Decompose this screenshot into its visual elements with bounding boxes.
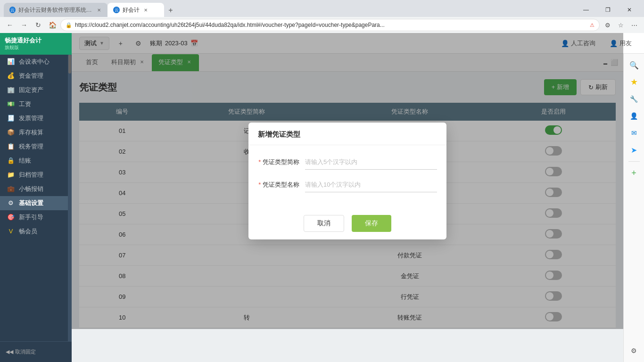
sidebar-item-label-expense: 小畅报销: [19, 185, 43, 193]
short-name-label: 凭证类型简称: [258, 158, 305, 166]
sidebar-item-settings[interactable]: ⚙ 基础设置: [0, 196, 72, 210]
collapse-icon: ◀◀: [6, 349, 13, 355]
tax-icon: 📋: [7, 142, 15, 151]
sidebar-item-label-archive: 归档管理: [19, 171, 43, 179]
sidebar-item-label-payroll: 工资: [19, 100, 31, 108]
sidebar-collapse-btn[interactable]: ◀◀ 取消固定: [4, 346, 68, 358]
sidebar-item-member[interactable]: V 畅会员: [0, 224, 72, 239]
sidebar-item-inventory[interactable]: 📦 库存核算: [0, 125, 72, 140]
right-star-btn[interactable]: ★: [627, 74, 642, 90]
browser-controls: ← → ↻ 🏠 🔒 https://cloud2.chanjet.com/acc…: [0, 17, 644, 33]
sidebar: 畅捷通好会计 旗舰版 📊 会设表中心 💰 资金管理 🏢 固定资产: [0, 33, 72, 362]
sidebar-item-finance[interactable]: 💰 资金管理: [0, 69, 72, 83]
browser-actions: ⚙ ☆ ⋯: [602, 19, 640, 31]
inventory-icon: 📦: [7, 128, 15, 137]
right-arrow-btn[interactable]: ➤: [627, 142, 642, 157]
cancel-button[interactable]: 取消: [304, 215, 344, 232]
right-person-btn[interactable]: 👤: [627, 108, 642, 123]
sidebar-nav-container: 📊 会设表中心 💰 资金管理 🏢 固定资产 💵 工资 🧾 发票管理: [0, 55, 72, 341]
browser-chrome: 云 好会计云财务软件管理系统_会计 ✕ 云 好会计 ✕ + — ❐ ✕ ← → …: [0, 0, 644, 33]
short-name-row: 凭证类型简称: [258, 155, 437, 170]
sidebar-item-closing[interactable]: 🔒 结账: [0, 154, 72, 168]
extensions-btn[interactable]: ⚙: [602, 19, 614, 31]
maximize-btn[interactable]: ❐: [597, 3, 619, 17]
settings-icon: ⚙: [7, 199, 15, 207]
save-button[interactable]: 保存: [352, 215, 391, 232]
sidebar-header[interactable]: 畅捷通好会计 旗舰版: [0, 33, 72, 55]
sidebar-item-label-fixed-assets: 固定资产: [19, 86, 43, 94]
sidebar-logo-sub: 旗舰版: [5, 44, 41, 51]
right-search-btn[interactable]: 🔍: [627, 58, 642, 73]
sidebar-scroll-thumb: [68, 55, 71, 74]
sidebar-item-label-dashboard: 会设表中心: [19, 58, 50, 66]
dashboard-icon: 📊: [7, 58, 15, 66]
full-name-input[interactable]: [305, 177, 437, 192]
minimize-btn[interactable]: —: [575, 3, 597, 17]
sidebar-nav: 📊 会设表中心 💰 资金管理 🏢 固定资产 💵 工资 🧾 发票管理: [0, 55, 72, 341]
tab-1-favicon: 云: [9, 7, 16, 13]
dialog-header: 新增凭证类型: [248, 123, 446, 145]
bookmark-btn[interactable]: ☆: [615, 19, 627, 31]
sidebar-item-tax[interactable]: 📋 税务管理: [0, 140, 72, 154]
right-tool1-btn[interactable]: 🔧: [627, 91, 642, 107]
sidebar-item-label-inventory: 库存核算: [19, 128, 43, 137]
full-name-row: 凭证类型名称: [258, 177, 437, 192]
right-panel-divider: [628, 161, 640, 162]
expense-icon: 💼: [7, 185, 15, 193]
tab-2-favicon: 云: [113, 7, 120, 13]
sidebar-item-guide[interactable]: 🎯 新手引导: [0, 210, 72, 224]
fixed-assets-icon: 🏢: [7, 86, 15, 94]
collapse-label: 取消固定: [15, 348, 36, 355]
url-display: https://cloud2.chanjet.com/accounting/uh…: [75, 22, 588, 28]
right-settings-btn[interactable]: ⚙: [627, 343, 642, 358]
more-btn[interactable]: ⋯: [628, 19, 640, 31]
sidebar-item-label-settings: 基础设置: [19, 199, 43, 207]
sidebar-scrollbar[interactable]: [68, 55, 72, 341]
sidebar-item-dashboard[interactable]: 📊 会设表中心: [0, 55, 72, 69]
sidebar-item-label-closing: 结账: [19, 156, 31, 165]
sidebar-logo: 畅捷通好会计 旗舰版: [5, 37, 41, 51]
guide-icon: 🎯: [7, 213, 15, 222]
dialog-body: 凭证类型简称 凭证类型名称: [248, 145, 446, 209]
back-btn[interactable]: ←: [4, 19, 16, 31]
close-btn[interactable]: ✕: [619, 3, 640, 17]
short-name-input[interactable]: [305, 155, 437, 170]
invoice-icon: 🧾: [7, 114, 15, 123]
dialog-overlay: 新增凭证类型 凭证类型简称 凭证类型名称 取消 保存: [72, 33, 623, 329]
payroll-icon: 💵: [7, 100, 15, 108]
archive-icon: 📁: [7, 171, 15, 179]
browser-tab-2[interactable]: 云 好会计 ✕: [107, 3, 164, 17]
right-panel: 🔍 ★ 🔧 👤 ✉ ➤ + ⚙: [623, 54, 644, 362]
right-plus-btn[interactable]: +: [627, 165, 642, 181]
sidebar-item-archive[interactable]: 📁 归档管理: [0, 168, 72, 182]
security-indicator: ⚠: [590, 22, 594, 28]
sidebar-bottom: ◀◀ 取消固定: [0, 341, 72, 362]
tab-bar: 云 好会计云财务软件管理系统_会计 ✕ 云 好会计 ✕ + — ❐ ✕: [0, 0, 644, 17]
refresh-btn[interactable]: ↻: [32, 19, 44, 31]
right-outlook-btn[interactable]: ✉: [627, 125, 642, 140]
sidebar-item-label-member: 畅会员: [19, 227, 37, 236]
address-bar[interactable]: 🔒 https://cloud2.chanjet.com/accounting/…: [60, 19, 600, 31]
full-name-label: 凭证类型名称: [258, 181, 305, 189]
window-controls: — ❐ ✕: [575, 3, 640, 17]
add-voucher-dialog: 新增凭证类型 凭证类型简称 凭证类型名称 取消 保存: [248, 123, 446, 239]
new-tab-btn[interactable]: +: [164, 4, 177, 17]
tab-2-label: 好会计: [123, 6, 140, 14]
sidebar-item-expense[interactable]: 💼 小畅报销: [0, 182, 72, 196]
sidebar-item-label-invoice: 发票管理: [19, 114, 43, 123]
tab-2-close[interactable]: ✕: [142, 7, 149, 13]
dialog-footer: 取消 保存: [248, 209, 446, 239]
sidebar-item-label-guide: 新手引导: [19, 213, 43, 222]
tab-1-close[interactable]: ✕: [96, 7, 102, 13]
sidebar-item-fixed-assets[interactable]: 🏢 固定资产: [0, 83, 72, 97]
sidebar-logo-main: 畅捷通好会计: [5, 37, 41, 44]
sidebar-item-payroll[interactable]: 💵 工资: [0, 97, 72, 111]
forward-btn[interactable]: →: [18, 19, 30, 31]
sidebar-item-invoice[interactable]: 🧾 发票管理: [0, 111, 72, 125]
member-icon: V: [7, 227, 15, 236]
finance-icon: 💰: [7, 72, 15, 80]
sidebar-item-label-finance: 资金管理: [19, 72, 43, 80]
home-btn[interactable]: 🏠: [46, 19, 58, 31]
browser-tab-1[interactable]: 云 好会计云财务软件管理系统_会计 ✕: [4, 3, 107, 17]
tab-1-label: 好会计云财务软件管理系统_会计: [18, 6, 93, 14]
